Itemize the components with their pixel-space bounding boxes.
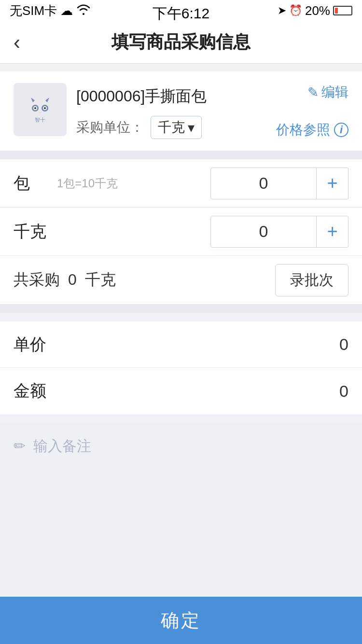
unit-price-label: 单价 [14,334,46,356]
page-title: 填写商品采购信息 [111,30,251,54]
dropdown-icon: ▾ [188,120,195,136]
location-icon: ➤ [278,4,286,17]
amount-label: 金额 [14,380,46,402]
content-area [0,470,362,615]
unit-price-row: 单价 0 [0,322,362,368]
pencil-icon: ✏ [14,437,26,454]
summary-amount: 0 [68,271,77,288]
purchase-unit-label: 采购单位： [76,118,144,137]
kg-plus-button[interactable]: + [317,216,348,248]
alarm-icon: ⏰ [289,4,302,17]
product-card: 智十 [0000006]手撕面包 采购单位： 千克 ▾ ✎ 编辑 价格参照 i [0,71,362,151]
summary-row: 共采购 0 千克 录批次 [0,256,362,304]
kg-label: 千克 [14,221,52,243]
unit-price-value: 0 [339,335,348,354]
kg-qty-input[interactable] [210,216,317,248]
confirm-button[interactable]: 确定 [0,597,362,644]
svg-point-5 [34,107,36,109]
edit-button[interactable]: ✎ 编辑 [307,83,348,101]
summary-unit: 千克 [85,271,116,288]
kg-input-row: 千克 + [0,208,362,256]
wifi-icon [77,3,90,18]
edit-label: 编辑 [321,83,348,101]
status-time: 下午6:12 [153,4,209,24]
product-thumbnail: 智十 [14,83,67,136]
record-batch-button[interactable]: 录批次 [275,264,348,296]
kg-input-wrap: + [52,216,348,248]
status-left: 无SIM卡 ☁ [10,2,90,19]
svg-text:智十: 智十 [35,117,45,123]
product-logo: 智十 [23,93,57,126]
divider-1 [0,151,362,159]
amount-value: 0 [339,382,348,401]
status-bar: 无SIM卡 ☁ 下午6:12 ➤ ⏰ 20% [0,0,362,21]
summary-text: 共采购 0 千克 [14,269,116,291]
battery-icon [333,6,352,15]
confirm-button-label: 确定 [161,608,201,633]
price-ref-button[interactable]: 价格参照 i [276,121,348,139]
unit-select[interactable]: 千克 ▾ [151,116,202,139]
battery-percent: 20% [305,3,330,18]
bag-qty-input[interactable] [210,168,317,199]
summary-prefix: 共采购 [14,271,60,288]
edit-icon: ✎ [307,84,319,100]
remark-section[interactable]: ✏ 输入备注 [0,423,362,470]
bag-label: 包 [14,172,52,195]
input-section: 包 1包=10千克 + 千克 + [0,159,362,256]
bag-input-wrap: + [118,168,348,199]
bag-sublabel: 1包=10千克 [57,176,118,191]
price-ref-label: 价格参照 [276,121,330,139]
bag-input-row: 包 1包=10千克 + [0,159,362,208]
amount-row: 金额 0 [0,368,362,414]
status-right: ➤ ⏰ 20% [278,3,352,18]
svg-point-6 [44,107,46,109]
unit-value: 千克 [158,118,185,137]
nav-bar: ‹ 填写商品采购信息 [0,21,362,64]
remark-placeholder: 输入备注 [33,436,91,456]
divider-2 [0,304,362,313]
bag-plus-button[interactable]: + [317,168,348,199]
back-button[interactable]: ‹ [14,32,20,53]
no-sim-label: 无SIM卡 ☁ [10,2,73,19]
info-icon: i [334,123,348,137]
detail-section: 单价 0 金额 0 [0,322,362,414]
